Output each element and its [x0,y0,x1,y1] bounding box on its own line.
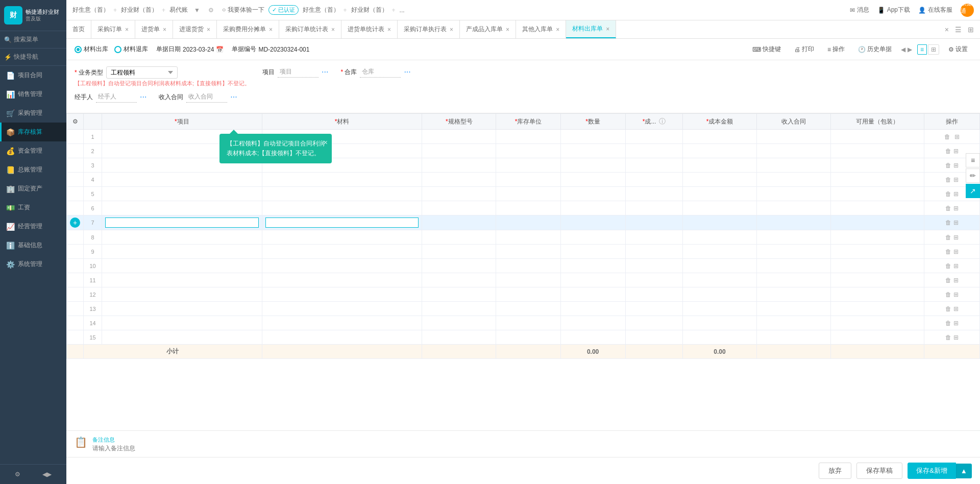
right-panel-btn-1[interactable]: ≡ [966,153,980,167]
settings-col-icon[interactable]: ⚙ [72,118,78,125]
sidebar-item-assets[interactable]: 🏢 固定资产 [0,179,66,198]
warehouse-more-icon[interactable]: ··· [404,67,410,77]
project-input[interactable]: 项目 [278,66,318,78]
active-project-input[interactable] [105,217,259,228]
copy-row-13-icon[interactable]: ⊞ [953,305,959,312]
tab-goods-return[interactable]: 进退货货 × [173,20,217,38]
delete-row-3-icon[interactable]: 🗑 [945,162,951,169]
copy-row-11-icon[interactable]: ⊞ [953,277,959,284]
copy-row-12-icon[interactable]: ⊞ [953,291,959,298]
print-button[interactable]: 🖨 打印 [790,43,818,56]
tab-home[interactable]: 首页 [66,20,91,38]
delete-row-14-icon[interactable]: 🗑 [945,320,951,327]
radio-material-issue[interactable]: 材料出库 [75,45,108,54]
tab-purchase-stats[interactable]: 采购订单统计表 × [279,20,341,38]
project-more-icon[interactable]: ··· [322,67,328,77]
history-button[interactable]: 🕐 历史单据 [854,43,896,56]
right-panel-btn-2[interactable]: ✏ [966,168,980,183]
tab-goods-stats-close[interactable]: × [387,26,391,33]
tab-other-receipt[interactable]: 其他入库单 × [516,20,566,38]
tab-purchase-exec-close[interactable]: × [450,26,453,33]
add-row-button[interactable]: + [70,217,80,228]
collapse-button[interactable]: ◀▶ [40,469,54,480]
topbar-link-4[interactable]: 好生意（首） [303,6,339,14]
delete-row-15-icon[interactable]: 🗑 [945,334,951,341]
tab-purchase-expense[interactable]: 采购费用分摊单 × [217,20,279,38]
sidebar-item-project[interactable]: 📄 项目合同 [0,66,66,85]
income-contract-input[interactable]: 收入合同 [186,91,227,103]
message-item[interactable]: ✉ 消息 [850,6,869,14]
delete-row-5-icon[interactable]: 🗑 [945,190,951,198]
delete-row-2-icon[interactable]: 🗑 [945,148,951,155]
doc-date-value[interactable]: 2023-03-24 [183,46,214,53]
sidebar-item-management[interactable]: 📈 经营管理 [0,217,66,236]
tooltip-close-button[interactable]: × [324,137,328,148]
handler-more-icon[interactable]: ··· [140,92,146,102]
topbar-link-2[interactable]: 好业财（首） [121,6,158,14]
experience-link[interactable]: ○ 我要体验一下 [222,6,264,14]
copy-row-6-icon[interactable]: ⊞ [953,205,959,212]
topbar-dropdown[interactable]: ▼ [194,7,200,14]
operation-button[interactable]: ≡ 操作 [823,43,849,56]
tab-product-receipt-close[interactable]: × [506,26,509,33]
sidebar-item-purchase[interactable]: 🛒 采购管理 [0,104,66,123]
td-qty[interactable] [560,130,625,144]
sidebar-item-nav[interactable]: ⚡ 快捷导航 [0,49,66,66]
tab-goods-return-close[interactable]: × [207,26,210,33]
settings-button-top[interactable]: ⚙ 设置 [944,43,972,56]
tab-other-receipt-close[interactable]: × [556,26,559,33]
tab-purchase-order[interactable]: 采购订单 × [91,20,135,38]
delete-row-4-icon[interactable]: 🗑 [945,176,951,183]
copy-row-8-icon[interactable]: ⊞ [953,234,959,241]
tab-goods-receipt-close[interactable]: × [163,26,166,33]
tab-purchase-exec[interactable]: 采购订单执行表 × [398,20,460,38]
td-spec[interactable] [422,130,496,144]
delete-row-11-icon[interactable]: 🗑 [945,277,951,284]
app-download-item[interactable]: 📱 App下载 [877,6,910,14]
sidebar-item-inventory[interactable]: 📦 库存核算 [0,123,66,141]
save-new-arrow-button[interactable]: ▲ [956,464,972,478]
sidebar-item-base[interactable]: ℹ️ 基础信息 [0,236,66,255]
online-service-item[interactable]: 👤 在线客服 [918,6,952,14]
tab-menu-button[interactable]: ☰ [953,25,964,35]
doc-num-value[interactable]: MD-20230324-001 [258,46,309,53]
cost-info-icon[interactable]: ⓘ [659,117,666,125]
discard-button[interactable]: 放弃 [819,463,851,479]
topbar-more[interactable]: ... [400,7,405,14]
tab-product-receipt[interactable]: 产成品入库单 × [460,20,516,38]
sidebar-item-search[interactable]: 🔍 搜索菜单 [0,31,66,49]
sidebar-item-ledger[interactable]: 📒 总账管理 [0,160,66,179]
tab-purchase-expense-close[interactable]: × [269,26,273,33]
delete-row-6-icon[interactable]: 🗑 [945,205,951,212]
active-material-input[interactable] [265,217,419,228]
copy-row-4-icon[interactable]: ⊞ [953,176,959,183]
copy-row-icon[interactable]: ⊞ [954,133,960,140]
td-contract[interactable] [757,130,831,144]
avatar[interactable]: 畅捷通8... [961,4,974,17]
delete-row-icon[interactable]: 🗑 [944,133,950,140]
close-all-button[interactable]: × [943,25,951,35]
tab-goods-stats[interactable]: 进货单统计表 × [341,20,398,38]
delete-row-12-icon[interactable]: 🗑 [945,291,951,298]
td-unit[interactable] [496,130,560,144]
topbar-link-3[interactable]: 易代账 [169,6,188,14]
grid-view-button[interactable]: ⊞ [928,44,939,55]
tab-grid-button[interactable]: ⊞ [966,25,976,35]
tab-purchase-order-close[interactable]: × [125,26,129,33]
save-new-main-button[interactable]: 保存&新增 [908,463,956,479]
settings-button[interactable]: ⚙ [13,469,22,480]
tab-goods-receipt[interactable]: 进货单 × [135,20,173,38]
delete-row-7-icon[interactable]: 🗑 [945,219,951,226]
copy-row-15-icon[interactable]: ⊞ [953,334,959,341]
tab-purchase-stats-close[interactable]: × [331,26,335,33]
save-draft-button[interactable]: 保存草稿 [856,463,902,479]
list-view-button[interactable]: ≡ [917,44,927,55]
notes-input[interactable] [92,445,169,452]
copy-row-7-icon[interactable]: ⊞ [953,219,959,226]
handler-input[interactable]: 经手人 [96,91,137,103]
sidebar-item-salary[interactable]: 💵 工资 [0,198,66,217]
right-panel-btn-3[interactable]: ↗ [966,184,980,198]
delete-row-8-icon[interactable]: 🗑 [945,234,951,241]
radio-material-return[interactable]: 材料退库 [114,45,148,54]
next-arrow[interactable]: ▶ [908,46,912,53]
